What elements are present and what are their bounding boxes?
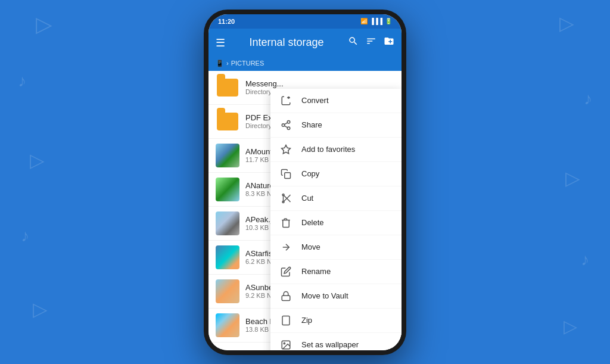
bg-icon-6: ▷ [559, 12, 574, 35]
menu-item-copy[interactable]: Copy [270, 162, 402, 186]
menu-item-wallpaper[interactable]: Set as wallpaper [270, 333, 402, 350]
svg-point-1 [282, 123, 285, 126]
hamburger-menu-icon[interactable]: ☰ [216, 36, 225, 49]
svg-rect-12 [282, 295, 290, 300]
phone-screen: 11:20 📶 ▐▐▐ 🔋 ☰ Internal storage [208, 14, 402, 350]
breadcrumb-separator: › [226, 60, 229, 67]
signal-icon: ▐▐▐ [370, 18, 382, 24]
menu-item-zip[interactable]: Zip [270, 309, 402, 333]
folder-thumb-messenger [216, 76, 239, 99]
vault-icon [280, 290, 292, 302]
rename-icon [280, 266, 292, 278]
svg-point-2 [287, 127, 290, 130]
phone: 11:20 📶 ▐▐▐ 🔋 ☰ Internal storage [204, 10, 406, 355]
status-time: 11:20 [218, 18, 235, 25]
share-icon [280, 119, 292, 131]
file-thumbnail-beach [216, 313, 239, 337]
delete-icon [280, 217, 292, 229]
menu-label-share: Share [301, 120, 322, 129]
bg-icon-8: ▷ [565, 167, 580, 189]
search-icon[interactable] [348, 36, 359, 49]
file-name: Messeng... [245, 79, 394, 88]
svg-line-3 [284, 126, 287, 127]
menu-item-rename[interactable]: Rename [270, 260, 402, 284]
cut-icon [280, 192, 292, 204]
svg-line-4 [284, 122, 287, 124]
status-bar: 11:20 📶 ▐▐▐ 🔋 [208, 14, 402, 29]
svg-marker-5 [282, 145, 291, 153]
svg-rect-6 [285, 172, 291, 178]
file-thumbnail-starfish [216, 245, 239, 269]
file-thumbnail-mountain [216, 144, 239, 167]
file-thumbnail-peak [216, 211, 239, 235]
menu-label-zip: Zip [301, 316, 312, 325]
folder-add-icon[interactable] [384, 36, 394, 49]
toolbar-action-icons [348, 36, 394, 49]
bg-icon-7: ♪ [584, 89, 592, 108]
battery-icon: 🔋 [385, 18, 392, 24]
file-thumbnail-sunbed [216, 279, 239, 303]
menu-item-move[interactable]: Move [270, 235, 402, 260]
menu-item-delete[interactable]: Delete [270, 211, 402, 235]
menu-label-vault: Move to Vault [301, 291, 348, 300]
wallpaper-icon [280, 339, 292, 350]
menu-label-delete: Delete [301, 218, 324, 227]
star-icon [280, 144, 292, 155]
menu-label-copy: Copy [301, 169, 319, 178]
bg-icon-2: ♪ [18, 71, 26, 91]
bg-icon-10: ▷ [564, 316, 577, 337]
bg-icon-1: ▷ [36, 12, 52, 37]
menu-item-favorites[interactable]: Add to favorites [270, 138, 402, 162]
menu-label-wallpaper: Set as wallpaper [301, 340, 359, 349]
copy-icon [280, 168, 292, 180]
file-thumbnail-nature [216, 178, 239, 201]
bg-icon-4: ♪ [21, 226, 29, 245]
breadcrumb: 📱 › PICTURES [208, 57, 402, 71]
svg-rect-13 [282, 316, 290, 325]
svg-point-0 [287, 120, 290, 123]
bg-icon-5: ▷ [33, 298, 48, 321]
menu-label-convert: Convert [301, 96, 329, 105]
convert-icon [280, 95, 292, 107]
menu-label-rename: Rename [301, 267, 331, 276]
menu-label-move: Move [301, 242, 320, 251]
device-icon: 📱 [216, 60, 224, 67]
bg-icon-9: ♪ [581, 250, 589, 269]
svg-point-19 [284, 343, 285, 344]
menu-item-cut[interactable]: Cut [270, 186, 402, 211]
toolbar: ☰ Internal storage [208, 29, 402, 57]
menu-item-share[interactable]: Share [270, 113, 402, 138]
menu-label-cut: Cut [301, 194, 313, 203]
context-menu: Convert Share Add to favorites [270, 89, 402, 350]
bg-icon-3: ▷ [30, 149, 45, 172]
move-icon [280, 241, 292, 253]
menu-label-favorites: Add to favorites [301, 145, 355, 154]
wifi-icon: 📶 [360, 18, 368, 24]
zip-icon [280, 315, 292, 326]
status-icons: 📶 ▐▐▐ 🔋 [360, 18, 392, 24]
breadcrumb-path: PICTURES [231, 60, 264, 67]
sort-icon[interactable] [366, 36, 376, 49]
menu-item-convert[interactable]: Convert [270, 89, 402, 113]
menu-item-vault[interactable]: Move to Vault [270, 284, 402, 309]
folder-thumb-pdf [216, 110, 239, 133]
toolbar-title: Internal storage [232, 36, 341, 49]
file-list: Messeng... Directory J... PDF Extra... D… [208, 71, 402, 350]
